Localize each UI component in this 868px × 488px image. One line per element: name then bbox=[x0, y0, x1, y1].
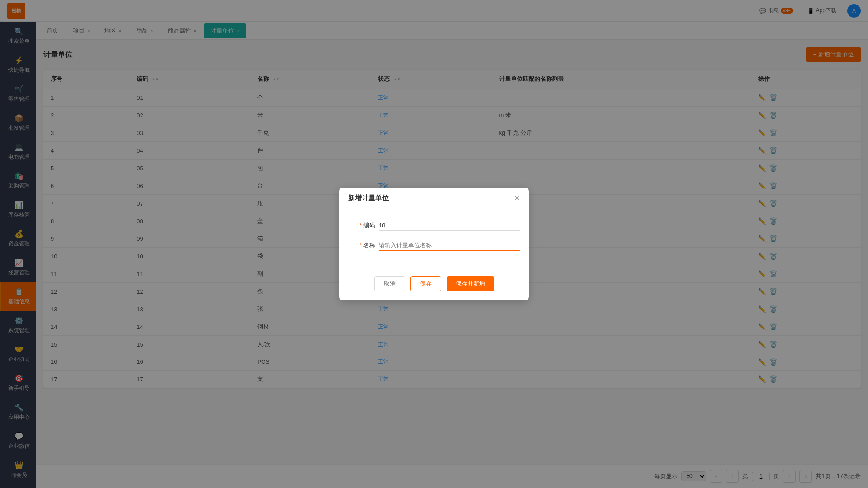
modal-overlay[interactable]: 新增计量单位 ✕ 编码 名称 取消 保存 保存并新增 bbox=[0, 0, 868, 488]
save-button[interactable]: 保存 bbox=[410, 276, 441, 291]
name-input[interactable] bbox=[379, 240, 520, 251]
modal-title: 新增计量单位 bbox=[348, 194, 389, 202]
form-row-code: 编码 bbox=[348, 220, 520, 231]
name-label: 名称 bbox=[348, 241, 375, 249]
code-label: 编码 bbox=[348, 221, 375, 230]
code-input[interactable] bbox=[379, 220, 520, 231]
modal-footer: 取消 保存 保存并新增 bbox=[339, 271, 529, 300]
save-new-button[interactable]: 保存并新增 bbox=[447, 276, 494, 291]
form-row-name: 名称 bbox=[348, 240, 520, 251]
modal-body: 编码 名称 bbox=[339, 209, 529, 271]
modal-header: 新增计量单位 ✕ bbox=[339, 188, 529, 209]
cancel-button[interactable]: 取消 bbox=[374, 276, 405, 291]
add-unit-modal: 新增计量单位 ✕ 编码 名称 取消 保存 保存并新增 bbox=[339, 188, 529, 300]
modal-close-btn[interactable]: ✕ bbox=[514, 194, 520, 202]
